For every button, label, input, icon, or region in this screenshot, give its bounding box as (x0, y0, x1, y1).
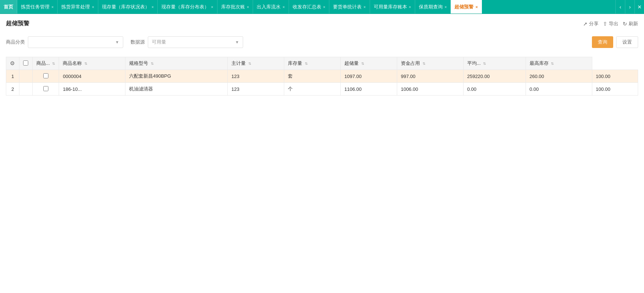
th-capital[interactable]: 资金占用 ⇅ (397, 57, 463, 70)
row-overstock-1: 1006.00 (397, 83, 463, 96)
th-overstock[interactable]: 超储量 ⇅ (340, 57, 397, 70)
row-num-label-1: 2 (6, 83, 19, 96)
sort-icon-code: ⇅ (52, 62, 55, 66)
sort-icon-spec: ⇅ (151, 62, 154, 66)
row-product-name-0: 六配套新昌490BPG (125, 70, 228, 83)
nav-tab-1[interactable]: 拣货异常处理 × (58, 0, 98, 14)
table-row: 2 186-10... 机油滤清器 123 个 1106.00 1006.00 … (6, 83, 638, 96)
row-stock-0: 1097.00 (340, 70, 397, 83)
th-unit[interactable]: 主计量 ⇅ (228, 57, 284, 70)
gear-icon[interactable]: ⚙ (10, 60, 15, 66)
share-icon: ➚ (583, 21, 588, 27)
sort-icon-overstock: ⇅ (361, 62, 364, 66)
th-product-code[interactable]: 商品... ⇅ (33, 57, 59, 70)
table-header: ⚙ 商品... ⇅ 商品名称 ⇅ 规格型号 ⇅ 主计量 (6, 57, 638, 70)
nav-tab-7[interactable]: 要货单统计表 × (329, 0, 370, 14)
row-num-1: 186-10... (59, 83, 125, 96)
nav-tab-3[interactable]: 现存量（库存分布表） × (158, 0, 217, 14)
page-header: 超储预警 ➚ 分享 ⇧ 导出 ↻ 刷新 (6, 20, 638, 27)
header-actions: ➚ 分享 ⇧ 导出 ↻ 刷新 (583, 21, 638, 27)
filter-bar: 商品分类 ▼ 数据源 可用量 ▼ 查询 设置 (6, 33, 638, 52)
row-checkbox-1[interactable] (43, 86, 48, 91)
export-action[interactable]: ⇧ 导出 (603, 21, 618, 27)
share-action[interactable]: ➚ 分享 (583, 21, 599, 27)
close-tab-5[interactable]: × (282, 5, 285, 9)
sort-icon-stock: ⇅ (305, 62, 308, 66)
close-tab-10[interactable]: × (475, 5, 477, 9)
close-tab-2[interactable]: × (151, 5, 154, 9)
close-tab-4[interactable]: × (247, 5, 249, 9)
row-unit-0: 套 (284, 70, 341, 83)
row-checkbox-0[interactable] (43, 73, 48, 78)
th-maxstock[interactable]: 最高库存 ⇅ (526, 57, 592, 70)
table-row: 1 0000004 六配套新昌490BPG 123 套 1097.00 997.… (6, 70, 638, 83)
nav-tab-4[interactable]: 库存批次账 × (217, 0, 253, 14)
close-tab-7[interactable]: × (363, 5, 366, 9)
row-maxstock-0: 100.00 (592, 70, 638, 83)
row-num-label-0: 1 (6, 70, 19, 83)
close-tab-3[interactable]: × (211, 5, 213, 9)
datasource-filter: 数据源 可用量 ▼ (131, 36, 243, 48)
row-capital-0: 259220.00 (463, 70, 526, 83)
data-table: ⚙ 商品... ⇅ 商品名称 ⇅ 规格型号 ⇅ 主计量 (6, 57, 638, 96)
th-checkbox (19, 57, 33, 70)
row-avg-0: 260.00 (526, 70, 592, 83)
filter-actions: 查询 设置 (592, 36, 638, 48)
datasource-select[interactable]: 可用量 ▼ (148, 36, 243, 48)
nav-arrow-close[interactable]: ✕ (634, 0, 644, 14)
query-button[interactable]: 查询 (592, 36, 613, 48)
sort-icon-capital: ⇅ (422, 62, 425, 66)
sort-icon-unit: ⇅ (248, 62, 251, 66)
sort-icon-maxstock: ⇅ (551, 62, 554, 66)
row-gear-0 (19, 70, 33, 83)
table-body: 1 0000004 六配套新昌490BPG 123 套 1097.00 997.… (6, 70, 638, 96)
datasource-select-value: 可用量 (152, 39, 166, 45)
th-avg[interactable]: 平均... ⇅ (463, 57, 526, 70)
row-spec-0: 123 (228, 70, 284, 83)
nav-tab-9[interactable]: 保质期查询 × (415, 0, 451, 14)
refresh-action[interactable]: ↻ 刷新 (623, 21, 638, 27)
settings-button[interactable]: 设置 (616, 36, 638, 48)
row-spec-1: 123 (228, 83, 284, 96)
row-avg-1: 0.00 (526, 83, 592, 96)
nav-tab-5[interactable]: 出入库流水 × (253, 0, 289, 14)
close-tab-8[interactable]: × (409, 5, 411, 9)
row-checkbox-cell-0 (33, 70, 59, 83)
close-tab-1[interactable]: × (92, 5, 94, 9)
th-gear: ⚙ (6, 57, 19, 70)
close-tab-6[interactable]: × (323, 5, 325, 9)
sort-icon-avg: ⇅ (483, 62, 486, 66)
row-gear-1 (19, 83, 33, 96)
nav-tab-10[interactable]: 超储预警 × (451, 0, 482, 14)
nav-arrows: ‹ › ✕ (615, 0, 644, 14)
export-icon: ⇧ (603, 21, 607, 27)
top-navigation: 首页 拣货任务管理 × 拣货异常处理 × 现存量（库存状况表） × 现存量（库存… (0, 0, 644, 14)
row-unit-1: 个 (284, 83, 341, 96)
select-all-checkbox[interactable] (23, 60, 28, 66)
category-filter: 商品分类 ▼ (6, 36, 123, 48)
nav-arrow-left[interactable]: ‹ (615, 0, 625, 14)
page-title: 超储预警 (6, 20, 29, 27)
close-tab-0[interactable]: × (51, 5, 54, 9)
row-maxstock-1: 100.00 (592, 83, 638, 96)
sort-icon-name: ⇅ (84, 62, 87, 66)
category-label: 商品分类 (6, 39, 25, 45)
row-num-0: 0000004 (59, 70, 125, 83)
chevron-down-icon-2: ▼ (235, 40, 239, 44)
nav-arrow-right[interactable]: › (625, 0, 634, 14)
row-capital-1: 0.00 (463, 83, 526, 96)
nav-home[interactable]: 首页 (0, 0, 17, 14)
th-spec[interactable]: 规格型号 ⇅ (125, 57, 228, 70)
nav-tab-2[interactable]: 现存量（库存状况表） × (98, 0, 158, 14)
row-stock-1: 1106.00 (340, 83, 397, 96)
row-product-name-1: 机油滤清器 (125, 83, 228, 96)
nav-tab-8[interactable]: 可用量库存账本 × (370, 0, 415, 14)
chevron-down-icon: ▼ (115, 40, 119, 44)
th-product-name[interactable]: 商品名称 ⇅ (59, 57, 125, 70)
category-select[interactable]: ▼ (28, 36, 123, 48)
refresh-icon: ↻ (623, 21, 627, 27)
nav-tab-6[interactable]: 收发存汇总表 × (289, 0, 329, 14)
nav-tab-0[interactable]: 拣货任务管理 × (17, 0, 58, 14)
close-tab-9[interactable]: × (444, 5, 447, 9)
th-stock[interactable]: 库存量 ⇅ (284, 57, 341, 70)
